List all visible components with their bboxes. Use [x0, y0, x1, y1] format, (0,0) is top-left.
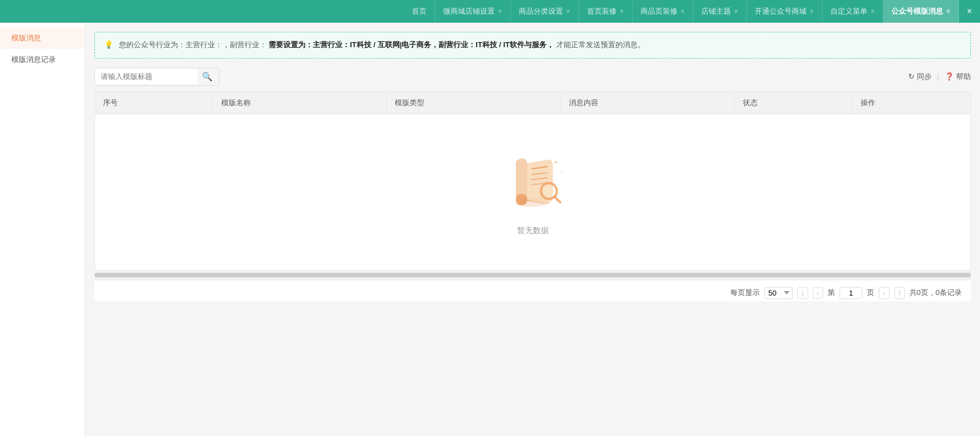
tab-item-open-wechat[interactable]: 开通公众号商城× — [747, 0, 822, 23]
tab-item-home[interactable]: 首页 — [404, 0, 435, 23]
svg-line-7 — [555, 197, 560, 202]
col-header-content: 消息内容 — [561, 92, 735, 114]
notice-text1: 您的公众号行业为：主营行业：，副营行业： — [119, 40, 267, 49]
sidebar: 模版消息模版消息记录 — [0, 23, 85, 436]
page-size-select[interactable]: 102050100 — [764, 287, 793, 299]
scrollbar-inner — [94, 273, 971, 277]
total-info: 共0页，0条记录 — [909, 288, 962, 298]
sidebar-item-template-msg-record[interactable]: 模版消息记录 — [0, 49, 85, 70]
table-body: ✦ ✦ 暂无数据 — [95, 114, 971, 270]
close-all-button[interactable]: × — [959, 6, 980, 16]
page-input[interactable] — [840, 287, 862, 299]
next-page-button[interactable]: › — [879, 287, 889, 299]
tab-close-shop-settings[interactable]: × — [498, 7, 502, 15]
last-page-button[interactable]: ⟩ — [894, 287, 905, 299]
refresh-icon: ↻ — [908, 72, 915, 81]
pagination: 每页显示 102050100 ⟨ ‹ 第 页 › ⟩ 共0页，0条记录 — [94, 280, 971, 301]
notice-highlight: 需要设置为：主营行业：IT科技 / 互联网|电子商务，副营行业：IT科技 / I… — [268, 40, 554, 49]
help-icon: ❓ — [945, 72, 954, 81]
toolbar: 🔍 ↻ 同步 | ❓ 帮助 — [94, 68, 971, 86]
page-size-label: 每页显示 — [730, 288, 760, 298]
empty-state: ✦ ✦ 暂无数据 — [95, 114, 970, 270]
svg-text:✦: ✦ — [553, 159, 558, 165]
tab-bar: 首页微商城店铺设置×商品分类设置×首页装修×商品页装修×店铺主题×开通公众号商城… — [0, 0, 980, 23]
divider: | — [937, 72, 939, 81]
notice-box: 💡 您的公众号行业为：主营行业：，副营行业： 需要设置为：主营行业：IT科技 /… — [94, 32, 971, 59]
tab-item-shop-settings[interactable]: 微商城店铺设置× — [435, 0, 511, 23]
search-box: 🔍 — [94, 68, 220, 86]
empty-row: ✦ ✦ 暂无数据 — [95, 114, 971, 270]
tab-item-product-page-decor[interactable]: 商品页装修× — [632, 0, 693, 23]
tab-item-product-category[interactable]: 商品分类设置× — [511, 0, 579, 23]
col-header-name: 模版名称 — [213, 92, 387, 114]
col-header-type: 模版类型 — [387, 92, 561, 114]
scrollbar-area[interactable] — [94, 271, 971, 280]
tab-item-custom-menu[interactable]: 自定义菜单× — [822, 0, 883, 23]
tab-close-wechat-template[interactable]: × — [946, 7, 950, 15]
notice-text2: 才能正常发送预置的消息。 — [556, 40, 645, 49]
main-layout: 模版消息模版消息记录 💡 您的公众号行业为：主营行业：，副营行业： 需要设置为：… — [0, 23, 980, 436]
svg-point-6 — [543, 185, 555, 197]
sync-button[interactable]: ↻ 同步 — [908, 72, 932, 82]
table-header-row: 序号模版名称模版类型消息内容状态操作 — [95, 92, 971, 114]
help-button[interactable]: ❓ 帮助 — [945, 72, 971, 82]
empty-text: 暂无数据 — [517, 226, 549, 236]
col-header-index: 序号 — [95, 92, 213, 114]
page-unit: 页 — [867, 288, 874, 298]
tab-close-open-wechat[interactable]: × — [810, 7, 814, 15]
notice-icon: 💡 — [104, 40, 113, 49]
sync-label: 同步 — [917, 72, 932, 82]
sidebar-item-template-msg[interactable]: 模版消息 — [0, 27, 85, 49]
svg-text:✦: ✦ — [560, 171, 564, 175]
tab-close-product-category[interactable]: × — [567, 7, 570, 15]
tab-close-home-decor[interactable]: × — [620, 7, 624, 15]
tab-item-wechat-template[interactable]: 公众号模版消息× — [883, 0, 959, 23]
tab-item-home-decor[interactable]: 首页装修× — [579, 0, 632, 23]
data-table: 序号模版名称模版类型消息内容状态操作 — [94, 92, 971, 271]
tab-close-product-page-decor[interactable]: × — [681, 7, 685, 15]
toolbar-right: ↻ 同步 | ❓ 帮助 — [908, 72, 971, 82]
prev-page-button[interactable]: ‹ — [813, 287, 823, 299]
col-header-status: 状态 — [734, 92, 853, 114]
search-button[interactable]: 🔍 — [197, 68, 217, 85]
content-area: 💡 您的公众号行业为：主营行业：，副营行业： 需要设置为：主营行业：IT科技 /… — [85, 23, 980, 436]
search-input[interactable] — [95, 69, 197, 84]
table-head: 序号模版名称模版类型消息内容状态操作 — [95, 92, 971, 114]
first-page-button[interactable]: ⟨ — [797, 287, 808, 299]
page-label: 第 — [828, 288, 835, 298]
tab-item-store-theme[interactable]: 店铺主题× — [693, 0, 747, 23]
col-header-action: 操作 — [853, 92, 971, 114]
help-label: 帮助 — [956, 72, 971, 82]
empty-illustration: ✦ ✦ — [499, 148, 567, 217]
tab-close-store-theme[interactable]: × — [734, 7, 738, 15]
tab-close-custom-menu[interactable]: × — [871, 7, 875, 15]
